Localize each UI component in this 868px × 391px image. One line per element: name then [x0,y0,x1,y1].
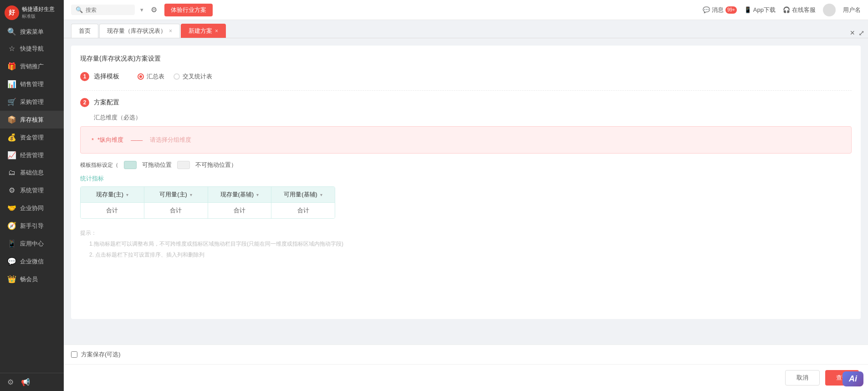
tab-home[interactable]: 首页 [71,24,98,38]
col-1-chevron[interactable]: ▾ [190,192,192,197]
col-header-2: 现存量(基辅) ▾ [208,187,272,202]
tabbar-close-icon[interactable]: × [850,28,855,38]
sidebar-item-corp[interactable]: 🤝 企业协同 [0,199,64,217]
folder-icon: 🗂 [7,169,16,177]
ai-badge[interactable]: Ai [842,371,863,386]
col-0-chevron[interactable]: ▾ [126,192,128,197]
search-input[interactable] [86,7,127,13]
col-1-label: 可用量(主) [159,190,187,199]
content-area: 现存量(库存状况表)方案设置 1 选择模板 汇总表 [64,38,868,345]
tips-title: 提示： [80,230,97,236]
indicator-row: 模板指标设定（ 可拖动位置 不可拖动位置） [80,161,852,169]
sidebar-item-wechat[interactable]: 💬 企业微信 [0,252,64,270]
tabbar-right: × ⤢ [850,28,868,38]
gear-icon[interactable]: ⚙ [151,5,157,14]
sidebar-item-member[interactable]: 👑 畅会员 [0,270,64,288]
topbar-search-box[interactable]: 🔍 [71,5,135,15]
radio-summary[interactable] [138,73,144,80]
sidebar-item-apps[interactable]: 📱 应用中心 [0,235,64,252]
sidebar-item-search[interactable]: 🔍 搜索菜单 [0,24,64,40]
username-label[interactable]: 用户名 [843,6,861,14]
sidebar-item-system[interactable]: ⚙ 系统管理 [0,181,64,199]
phone-icon: 📱 [7,239,16,248]
sidebar-item-label: 企业微信 [20,257,44,266]
sidebar-item-label: 畅会员 [20,275,38,283]
save-label: 方案保存(可选) [81,350,121,359]
speaker-icon[interactable]: 📢 [21,378,30,386]
sidebar-item-label: 营销推广 [20,62,44,71]
sidebar-item-label: 快捷导航 [20,45,44,53]
sidebar-item-business[interactable]: 📈 经营管理 [0,146,64,164]
content-wrapper: 现存量(库存状况表)方案设置 1 选择模板 汇总表 [64,38,868,391]
box-icon: 📦 [7,115,16,124]
required-asterisk: * [92,137,94,144]
headset-icon: 🎧 [783,6,790,13]
tab-new-plan-label: 新建方案 [189,27,212,35]
sidebar-item-base[interactable]: 🗂 基础信息 [0,164,64,181]
body-cell-0-1: 合计 [144,203,208,218]
tab-home-label: 首页 [79,27,91,35]
sidebar-item-guide[interactable]: 🧭 新手引导 [0,217,64,235]
industry-plan-button[interactable]: 体验行业方案 [164,4,213,16]
dim-dash: —— [131,137,143,144]
sidebar-item-sales[interactable]: 📊 销售管理 [0,75,64,93]
template-option-cross[interactable]: 交叉统计表 [174,72,212,81]
sidebar-item-label: 销售管理 [20,80,44,88]
tabbar-expand-icon[interactable]: ⤢ [858,29,864,37]
topbar: 🔍 ▾ ⚙ 体验行业方案 💬 消息 99+ 📱 App下载 🎧 在线客服 用户名 [64,0,868,20]
stats-header-row: 现存量(主) ▾ 可用量(主) ▾ 现存量(基辅) ▾ [81,187,335,202]
online-service-button[interactable]: 🎧 在线客服 [783,6,816,14]
sidebar-item-label: 搜索菜单 [20,28,44,36]
save-checkbox[interactable] [71,351,77,358]
sidebar-item-inventory[interactable]: 📦 库存核算 [0,111,64,129]
sidebar-item-label: 资金管理 [20,134,44,142]
sidebar-item-label: 企业协同 [20,204,44,212]
cart-icon: 🛒 [7,98,16,106]
section-config: 2 方案配置 汇总维度（必选） * *纵向维度 —— 请选择分组维度 模板指标设… [80,90,852,260]
message-icon: 💬 [703,6,710,13]
sidebar-item-label: 新手引导 [20,222,44,230]
sidebar-item-marketing[interactable]: 🎁 营销推广 [0,57,64,75]
message-button[interactable]: 💬 消息 99+ [703,6,737,14]
settings-icon[interactable]: ⚙ [7,378,14,386]
template-option-summary[interactable]: 汇总表 [138,72,164,81]
col-header-3: 可用量(基辅) ▾ [271,187,335,202]
app-version: 标准版 [22,13,55,20]
sidebar-item-label: 基础信息 [20,169,44,177]
sidebar-item-shortcut[interactable]: ☆ 快捷导航 [0,40,64,57]
sidebar: 好 畅捷通好生意 标准版 🔍 搜索菜单 ☆ 快捷导航 🎁 营销推广 📊 销售管理… [0,0,64,391]
tab-inventory-close[interactable]: × [169,28,172,34]
money-icon: 💰 [7,133,16,142]
tab-new-plan[interactable]: 新建方案 × [181,24,226,38]
col-3-chevron[interactable]: ▾ [320,192,322,197]
radio-cross[interactable] [174,73,180,80]
stats-body-row-0: 合计 合计 合计 合计 [81,202,335,218]
body-cell-0-3: 合计 [271,203,335,218]
tab-inventory[interactable]: 现存量（库存状况表） × [99,24,180,38]
chart-icon: 📊 [7,80,16,88]
caret-down-icon[interactable]: ▾ [140,6,143,13]
user-avatar[interactable] [823,4,836,16]
app-download-button[interactable]: 📱 App下载 [744,6,776,14]
tab-new-plan-close[interactable]: × [215,28,218,34]
col-header-0: 现存量(主) ▾ [81,187,144,202]
col-2-chevron[interactable]: ▾ [256,192,259,197]
cancel-button[interactable]: 取消 [785,370,820,386]
footer: 取消 查询 [64,364,868,391]
sidebar-item-purchase[interactable]: 🛒 采购管理 [0,93,64,111]
star-icon: ☆ [7,44,16,53]
search-icon: 🔍 [76,6,83,13]
section1-title: 选择模板 [94,72,119,81]
sidebar-nav: 🔍 搜索菜单 ☆ 快捷导航 🎁 营销推广 📊 销售管理 🛒 采购管理 📦 库存核… [0,24,64,373]
section1-num: 1 [80,72,89,81]
dim-placeholder[interactable]: 请选择分组维度 [150,136,191,144]
sidebar-item-finance[interactable]: 💰 资金管理 [0,129,64,146]
radio-summary-inner [139,75,142,78]
app-logo-icon: 好 [5,5,19,20]
section2-header: 2 方案配置 [80,98,852,107]
template-options: 汇总表 交叉统计表 [138,72,212,81]
col-header-1: 可用量(主) ▾ [144,187,208,202]
summary-dim-label: 汇总维度（必选） [94,113,852,122]
search-icon: 🔍 [7,27,16,36]
message-badge: 99+ [725,6,737,14]
